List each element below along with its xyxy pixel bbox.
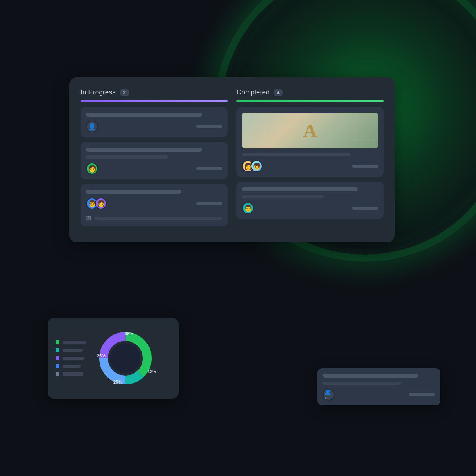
avatar-face-3b: 👩 xyxy=(97,200,105,207)
legend-bar-4 xyxy=(63,365,81,368)
avatar-group-4: 👩 👦 xyxy=(242,160,263,172)
legend-item-2 xyxy=(56,348,86,352)
task-meta-3: 👨 👩 xyxy=(86,198,222,209)
donut-chart-container: 38% 25% 12% 25% xyxy=(94,326,157,390)
task-title-bar-1 xyxy=(86,113,202,117)
avatar-face-4b: 👦 xyxy=(253,163,261,170)
avatar-2a: 🧑 xyxy=(86,163,98,175)
legend-item-3 xyxy=(56,356,86,360)
legend-bar-5 xyxy=(63,372,83,376)
task-title-bar-2 xyxy=(86,148,202,152)
avatar-4b: 👦 xyxy=(251,160,263,172)
sub-bar-4 xyxy=(242,153,351,156)
avatar-group-2: 🧑 xyxy=(86,163,98,175)
chart-widget: 38% 25% 12% 25% xyxy=(48,318,178,399)
column-underline-in-progress xyxy=(81,100,228,102)
floating-title-bar xyxy=(323,374,418,378)
avatar-5a: 👨 xyxy=(242,202,254,214)
legend-item-5 xyxy=(56,372,86,376)
legend-dot-3 xyxy=(56,356,60,360)
task-card-1[interactable]: 👤 xyxy=(81,107,228,137)
add-person-icon: 👤+ xyxy=(324,389,334,401)
column-completed: Completed 4 👩 👦 xyxy=(236,88,384,231)
tag-pill-5 xyxy=(352,207,378,210)
avatar-group-1: 👤 xyxy=(86,121,98,132)
add-person-avatar[interactable]: 👤+ xyxy=(323,389,335,401)
task-meta-1: 👤 xyxy=(86,121,222,132)
donut-center-overlay xyxy=(110,343,140,373)
chart-legend xyxy=(56,340,86,376)
task-card-2[interactable]: 🧑 xyxy=(81,142,228,179)
floating-task-meta: 👤+ xyxy=(323,389,435,401)
avatar-group-3: 👨 👩 xyxy=(86,198,107,209)
column-title-completed: Completed xyxy=(236,88,270,96)
avatar-3b: 👩 xyxy=(95,198,107,209)
legend-item-4 xyxy=(56,364,86,368)
task-card-4[interactable]: 👩 👦 xyxy=(236,107,384,177)
column-underline-completed xyxy=(236,100,384,102)
floating-card[interactable]: 👤+ xyxy=(317,368,440,405)
sub-bar-3 xyxy=(94,217,222,220)
floating-tag-pill xyxy=(409,393,435,396)
tag-pill-3 xyxy=(196,202,222,205)
legend-dot-2 xyxy=(56,348,60,352)
column-badge-completed: 4 xyxy=(274,89,283,96)
avatar-face-2a: 🧑 xyxy=(88,165,96,172)
column-badge-in-progress: 2 xyxy=(120,89,129,96)
task-title-bar-3 xyxy=(86,190,181,194)
avatar-group-5: 👨 xyxy=(242,202,254,214)
legend-bar-3 xyxy=(63,357,84,360)
floating-sub-bar xyxy=(323,382,401,385)
task-title-bar-5 xyxy=(242,187,358,191)
column-header-completed: Completed 4 xyxy=(236,88,384,96)
legend-dot-4 xyxy=(56,364,60,368)
card-bottom-3: ⊞ xyxy=(86,214,222,222)
person-icon-1: 👤 xyxy=(88,123,96,131)
column-title-in-progress: In Progress xyxy=(81,88,116,96)
task-card-image-4 xyxy=(242,113,378,148)
legend-item-1 xyxy=(56,340,86,344)
legend-dot-1 xyxy=(56,340,60,344)
legend-bar-2 xyxy=(63,349,83,352)
avatar-face-5a: 👨 xyxy=(244,205,252,212)
legend-bar-1 xyxy=(63,341,86,344)
legend-dot-5 xyxy=(56,372,60,376)
task-meta-4: 👩 👦 xyxy=(242,160,378,172)
task-meta-2: 🧑 xyxy=(86,163,222,175)
donut-chart-svg xyxy=(94,326,157,390)
floating-avatar-group: 👤+ xyxy=(323,389,335,401)
kanban-board: In Progress 2 👤 🧑 xyxy=(69,77,395,242)
avatar-placeholder-1: 👤 xyxy=(86,121,98,132)
task-card-3[interactable]: 👨 👩 ⊞ xyxy=(81,184,228,226)
task-meta-5: 👨 xyxy=(242,202,378,214)
tag-pill-4 xyxy=(352,165,378,168)
tag-pill-2 xyxy=(196,167,222,170)
task-card-5[interactable]: 👨 xyxy=(236,182,384,219)
column-header-in-progress: In Progress 2 xyxy=(81,88,228,96)
sub-bar-2 xyxy=(86,155,168,159)
column-in-progress: In Progress 2 👤 🧑 xyxy=(81,88,228,231)
sub-bar-5 xyxy=(242,195,324,198)
task-image-art-4 xyxy=(242,113,378,148)
tag-pill-1 xyxy=(196,125,222,128)
table-icon-3: ⊞ xyxy=(86,214,91,222)
